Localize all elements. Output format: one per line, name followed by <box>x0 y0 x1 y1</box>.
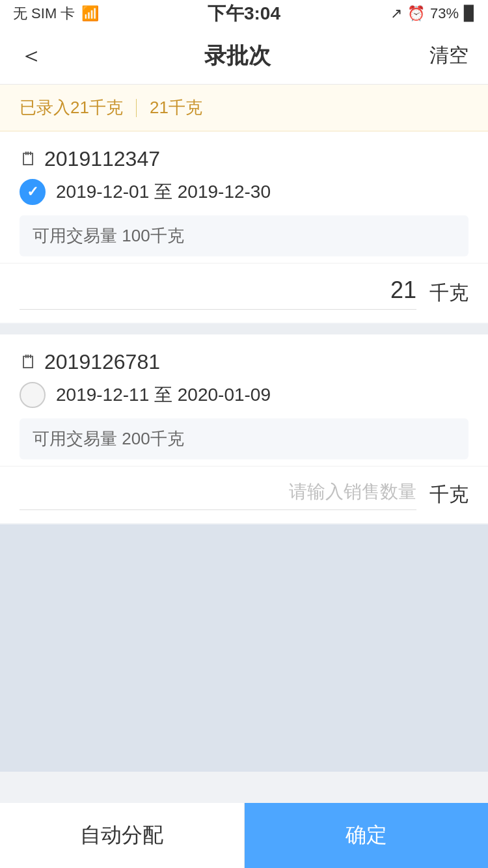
radio-button-2[interactable] <box>20 382 46 408</box>
input-container-2: 请输入销售数量 <box>20 480 416 510</box>
batch-id-1: 2019112347 <box>44 147 160 171</box>
batch-item-2: 🗒 2019126781 2019-12-11 至 2020-01-09 可用交… <box>0 334 488 466</box>
alarm-icon: ⏰ <box>407 5 425 22</box>
radio-button-1[interactable] <box>20 179 46 205</box>
wifi-icon: 📶 <box>81 5 99 22</box>
summary-value: 21千克 <box>150 96 202 119</box>
batch-input-row-2: 请输入销售数量 千克 <box>0 466 488 523</box>
batch-doc-icon-2: 🗒 <box>20 351 38 373</box>
batch-input-row-1: 21 千克 <box>0 263 488 323</box>
status-carrier: 无 SIM 卡 📶 <box>13 4 99 23</box>
batch-available-1: 可用交易量 100千克 <box>20 215 468 256</box>
auto-distribute-button[interactable]: 自动分配 <box>0 803 245 868</box>
quantity-unit-1: 千克 <box>429 280 468 306</box>
nav-bar: ＜ 录批次 清空 <box>0 27 488 85</box>
confirm-button[interactable]: 确定 <box>245 803 489 868</box>
batch-header-2: 🗒 2019126781 <box>20 350 468 374</box>
status-time: 下午3:04 <box>208 1 280 26</box>
batch-card-1[interactable]: 🗒 2019112347 2019-12-01 至 2019-12-30 可用交… <box>0 131 488 323</box>
quantity-placeholder-2[interactable]: 请输入销售数量 <box>20 480 416 504</box>
batch-date-row-2: 2019-12-11 至 2020-01-09 <box>20 382 468 408</box>
status-right: ↗ ⏰ 73% ▉ <box>390 5 475 22</box>
quantity-value-1[interactable]: 21 <box>390 277 416 304</box>
location-icon: ↗ <box>390 5 402 22</box>
back-button[interactable]: ＜ <box>20 40 59 72</box>
bottom-bar: 自动分配 确定 <box>0 803 488 868</box>
summary-divider <box>136 99 137 117</box>
batch-id-2: 2019126781 <box>44 350 160 374</box>
input-container-1: 21 <box>20 277 416 310</box>
summary-label: 已录入21千克 <box>20 96 123 119</box>
batch-available-2: 可用交易量 200千克 <box>20 418 468 459</box>
batch-date-row-1: 2019-12-01 至 2019-12-30 <box>20 179 468 205</box>
batch-doc-icon-1: 🗒 <box>20 148 38 170</box>
batch-header-1: 🗒 2019112347 <box>20 147 468 171</box>
battery-text: 73% <box>430 5 459 22</box>
carrier-text: 无 SIM 卡 <box>13 4 75 23</box>
keyboard-area <box>0 524 488 772</box>
batch-date-1: 2019-12-01 至 2019-12-30 <box>56 180 271 204</box>
batch-date-2: 2019-12-11 至 2020-01-09 <box>56 383 271 407</box>
clear-button[interactable]: 清空 <box>416 42 468 69</box>
status-bar: 无 SIM 卡 📶 下午3:04 ↗ ⏰ 73% ▉ <box>0 0 488 27</box>
summary-banner: 已录入21千克 21千克 <box>0 85 488 131</box>
page-title: 录批次 <box>59 41 416 71</box>
batch-item-1: 🗒 2019112347 2019-12-01 至 2019-12-30 可用交… <box>0 131 488 263</box>
section-gap <box>0 324 488 334</box>
quantity-unit-2: 千克 <box>429 481 468 508</box>
battery-icon: ▉ <box>464 5 475 22</box>
batch-card-2[interactable]: 🗒 2019126781 2019-12-11 至 2020-01-09 可用交… <box>0 334 488 523</box>
